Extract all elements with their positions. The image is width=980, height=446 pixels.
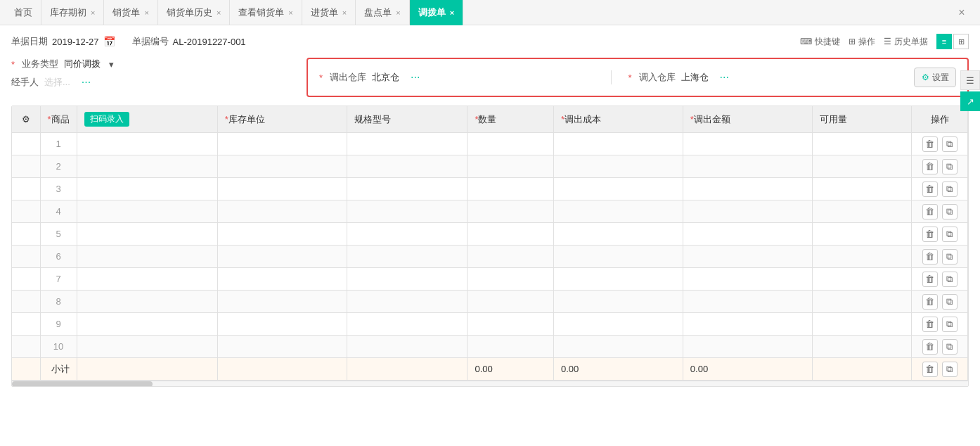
delete-row-button[interactable]: 🗑 [922,362,938,377]
copy-row-button[interactable]: ⧉ [942,294,958,310]
business-type-field: * 业务类型 同价调拨 ▾ [11,58,295,70]
row-cost-cell [554,246,683,268]
view-list-btn[interactable]: ≡ [936,34,952,49]
row-number: 2 [40,155,77,178]
tab-view-sales[interactable]: 查看销货单 × [230,0,302,25]
row-barcode-cell [77,268,217,291]
transfer-in-field: * 调入仓库 上海仓 ··· [628,71,903,84]
th-settings[interactable]: ⚙ [12,106,40,133]
row-cost-cell [554,268,683,291]
copy-row-button[interactable]: ⧉ [942,339,958,355]
copy-row-button[interactable]: ⧉ [942,159,958,174]
tab-close-transfer[interactable]: × [450,8,454,17]
delete-row-button[interactable]: 🗑 [922,204,938,219]
row-barcode-cell [77,246,217,268]
copy-row-button[interactable]: ⧉ [942,181,958,197]
tab-close-view-sales[interactable]: × [288,8,292,17]
row-qty-cell [468,246,554,268]
tab-sales-history[interactable]: 销货单历史 × [158,0,230,25]
row-number: 小计 [40,358,77,381]
copy-row-button[interactable]: ⧉ [942,204,958,219]
row-amount-cell [683,155,812,178]
row-spec-cell [347,246,468,268]
copy-row-button[interactable]: ⧉ [942,136,958,152]
row-available-cell [812,268,911,291]
tab-transfer[interactable]: 调拨单 × [410,0,463,25]
th-product: *商品 [40,106,77,133]
row-amount-cell [683,178,812,200]
delete-row-button[interactable]: 🗑 [922,249,938,265]
tab-inventory-init[interactable]: 库存期初 × [41,0,104,25]
delete-row-button[interactable]: 🗑 [922,136,938,152]
copy-row-button[interactable]: ⧉ [942,249,958,265]
delete-row-button[interactable]: 🗑 [922,317,938,332]
row-amount-cell [683,336,812,358]
tab-purchase[interactable]: 进货单 × [302,0,356,25]
th-qty: *数量 [468,106,554,133]
row-settings-cell [12,223,40,246]
handler-more-icon[interactable]: ··· [82,76,91,89]
row-settings-cell [12,336,40,358]
tab-home[interactable]: 首页 [6,0,41,25]
form-left: * 业务类型 同价调拨 ▾ 经手人 选择... ··· [11,58,307,89]
row-qty-cell [468,223,554,246]
row-ops-cell: 🗑⧉ [912,223,968,246]
th-cost: *调出成本 [554,106,683,133]
row-amount-cell [683,133,812,155]
window-close-button[interactable]: × [949,0,974,25]
tab-stocktake[interactable]: 盘点单 × [356,0,409,25]
delete-row-button[interactable]: 🗑 [922,294,938,310]
delete-row-button[interactable]: 🗑 [922,159,938,174]
settings-button[interactable]: ⚙ 设置 [914,68,956,87]
delete-row-button[interactable]: 🗑 [922,272,938,287]
business-type-dropdown[interactable]: ▾ [109,59,114,70]
transfer-in-more-icon[interactable]: ··· [720,71,729,84]
copy-row-button[interactable]: ⧉ [942,227,958,242]
row-number: 5 [40,223,77,246]
tab-close-purchase[interactable]: × [342,8,347,17]
view-toggle: ≡ ⊞ [936,34,969,49]
delete-row-button[interactable]: 🗑 [922,227,938,242]
row-available-cell [812,223,911,246]
tab-close-inventory-init[interactable]: × [91,8,95,17]
row-spec-cell [347,200,468,223]
row-unit-cell [217,200,347,223]
panel-expand-btn[interactable]: ↗ [960,91,980,111]
row-spec-cell [347,223,468,246]
row-ops-cell: 🗑⧉ [912,313,968,336]
shortcut-link[interactable]: ⌨ 快捷键 [800,36,840,48]
row-available-cell [812,336,911,358]
panel-list-btn[interactable]: ☰ [960,70,980,90]
delete-row-button[interactable]: 🗑 [922,181,938,197]
copy-row-button[interactable]: ⧉ [942,317,958,332]
row-cost-cell [554,155,683,178]
row-settings-cell [12,155,40,178]
barcode-scan-button[interactable]: 扫码录入 [84,112,129,127]
tab-close-stocktake[interactable]: × [396,8,400,17]
row-number: 9 [40,313,77,336]
tab-close-sales-history[interactable]: × [217,8,221,17]
ops-link[interactable]: ⊞ 操作 [849,36,875,48]
row-spec-cell [347,133,468,155]
th-spec: 规格型号 [347,106,468,133]
row-cost-cell [554,313,683,336]
row-spec-cell [347,313,468,336]
handler-field: 经手人 选择... ··· [11,76,295,89]
tab-close-sales[interactable]: × [144,8,148,17]
tab-sales[interactable]: 销货单 × [104,0,157,25]
copy-row-button[interactable]: ⧉ [942,362,958,377]
row-cost-cell [554,336,683,358]
view-grid-btn[interactable]: ⊞ [953,34,969,49]
row-settings-cell [12,200,40,223]
copy-row-button[interactable]: ⧉ [942,272,958,287]
row-available-cell [812,200,911,223]
row-ops-cell: 🗑⧉ [912,336,968,358]
row-amount-cell [683,223,812,246]
horizontal-scrollbar[interactable] [12,381,968,386]
row-qty-cell: 0.00 [468,358,554,381]
history-link[interactable]: ☰ 历史单据 [884,36,928,48]
delete-row-button[interactable]: 🗑 [922,339,938,355]
row-settings-cell [12,178,40,200]
transfer-out-more-icon[interactable]: ··· [411,71,420,84]
calendar-icon[interactable]: 📅 [103,36,115,47]
